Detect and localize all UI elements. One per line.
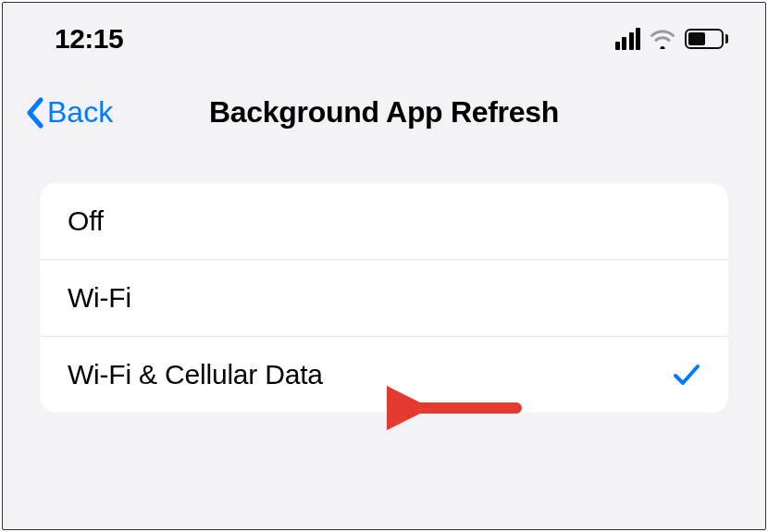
wifi-icon bbox=[650, 29, 675, 49]
option-label: Wi-Fi bbox=[68, 282, 131, 314]
options-list: Off Wi-Fi Wi-Fi & Cellular Data bbox=[40, 183, 728, 413]
status-icons bbox=[615, 28, 729, 50]
option-wifi-cellular[interactable]: Wi-Fi & Cellular Data bbox=[40, 336, 728, 413]
chevron-left-icon bbox=[25, 97, 45, 129]
option-label: Wi-Fi & Cellular Data bbox=[68, 359, 323, 390]
page-title: Background App Refresh bbox=[209, 95, 559, 130]
option-off[interactable]: Off bbox=[40, 183, 728, 259]
cellular-signal-icon bbox=[615, 28, 641, 50]
option-wifi[interactable]: Wi-Fi bbox=[40, 259, 728, 336]
back-button[interactable]: Back bbox=[25, 95, 113, 130]
checkmark-icon bbox=[673, 363, 700, 387]
option-label: Off bbox=[68, 205, 104, 237]
status-time: 12:15 bbox=[55, 23, 123, 55]
status-bar: 12:15 bbox=[3, 3, 765, 68]
back-label: Back bbox=[47, 95, 113, 130]
navigation-bar: Back Background App Refresh bbox=[3, 68, 765, 157]
battery-icon bbox=[685, 29, 728, 49]
